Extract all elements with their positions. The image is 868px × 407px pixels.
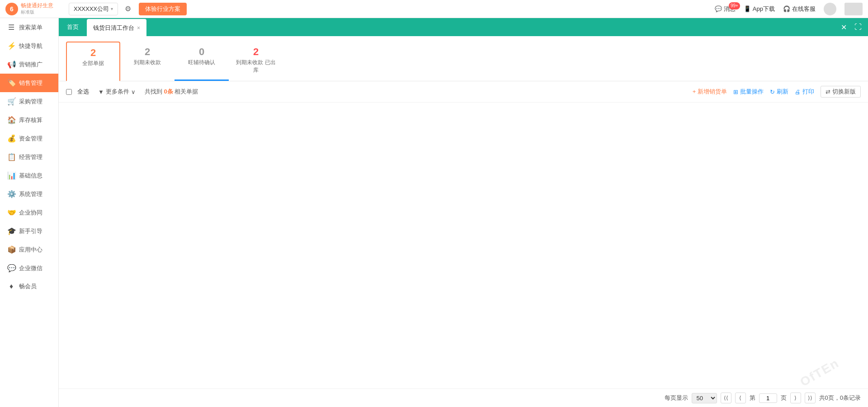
stat-label-pending: 旺辅待确认 <box>182 59 222 66</box>
message-button[interactable]: 💬 消息 99+ <box>715 5 736 13</box>
stat-tab-overdue[interactable]: 2 到期未收款 <box>120 42 175 81</box>
tab-bar-right: ✕ ⛶ <box>838 22 868 33</box>
first-page-button[interactable]: ⟨⟨ <box>721 393 731 403</box>
stat-tab-pending[interactable]: 0 旺辅待确认 <box>175 42 229 81</box>
sidebar-item-basic-info[interactable]: 📊 基础信息 <box>0 166 58 185</box>
header-right: 💬 消息 99+ 📱 App下载 🎧 在线客服 <box>715 3 863 15</box>
online-service-label: 在线客服 <box>792 5 816 13</box>
sidebar-item-label: 经营管理 <box>19 153 42 161</box>
sidebar-item-marketing[interactable]: 📢 营销推广 <box>0 55 58 74</box>
stat-label-overdue: 到期未收款 <box>127 59 167 66</box>
message-icon: 💬 <box>715 5 722 12</box>
member-icon: ♦ <box>7 282 15 290</box>
search-menu-icon: ☰ <box>7 23 15 32</box>
pagination-bar: 每页显示 50 10 20 100 ⟨⟨ ⟨ 第 页 ⟩ ⟩⟩ 共0页，0条记录 <box>59 388 868 407</box>
sidebar-item-shortcuts[interactable]: ⚡ 快捷导航 <box>0 37 58 55</box>
page-number-input[interactable] <box>759 393 777 403</box>
tab-close-icon[interactable]: × <box>137 25 140 31</box>
logo-area: 6 畅捷通好生意 标准版 <box>5 2 64 16</box>
batch-icon: ⊞ <box>733 89 738 95</box>
sidebar-item-finance[interactable]: 💰 资金管理 <box>0 129 58 148</box>
page-label-2: 页 <box>781 394 787 402</box>
select-all-checkbox[interactable] <box>66 89 72 95</box>
tab-expand-icon[interactable]: ⛶ <box>853 22 863 33</box>
stat-tab-shipped[interactable]: 2 到期未收款 已出库 <box>229 42 283 81</box>
download-icon: 📱 <box>744 5 751 12</box>
app-download-button[interactable]: 📱 App下载 <box>744 5 775 13</box>
basic-info-icon: 📊 <box>7 171 15 180</box>
avatar[interactable] <box>824 3 836 15</box>
total-records-text: 共0页，0条记录 <box>819 394 861 402</box>
wechat-icon: 💬 <box>7 264 15 272</box>
stat-num-pending: 0 <box>182 46 222 58</box>
sidebar-item-label: 企业协同 <box>19 209 42 217</box>
user-name-area <box>844 3 863 15</box>
add-sales-order-button[interactable]: + 新增销货单 <box>693 88 727 96</box>
page-label: 第 <box>750 394 755 402</box>
switch-icon: ⇄ <box>826 89 830 95</box>
sidebar-item-operations[interactable]: 📋 经营管理 <box>0 148 58 166</box>
sidebar-item-member[interactable]: ♦ 畅会员 <box>0 277 58 295</box>
tab-label: 钱货日清工作台 <box>93 24 134 32</box>
next-page-button[interactable]: ⟩ <box>790 393 801 403</box>
enterprise-icon: 🤝 <box>7 208 15 217</box>
tab-work-bench[interactable]: 钱货日清工作台 × <box>87 19 146 37</box>
stat-label-all: 全部单据 <box>74 60 112 67</box>
print-button[interactable]: 🖨 打印 <box>795 88 814 96</box>
sidebar-item-label: 库存核算 <box>19 116 42 124</box>
headset-icon: 🎧 <box>783 5 790 12</box>
found-text: 共找到 0条 相关单据 <box>145 88 198 96</box>
sidebar-item-label: 销售管理 <box>19 79 42 87</box>
sidebar-item-purchase[interactable]: 🛒 采购管理 <box>0 92 58 111</box>
sidebar-item-label: 基础信息 <box>19 172 42 180</box>
sidebar-item-sales[interactable]: 🏷️ 销售管理 <box>0 74 58 92</box>
system-icon: ⚙️ <box>7 190 15 198</box>
marketing-icon: 📢 <box>7 60 15 69</box>
sidebar-item-label: 搜索菜单 <box>19 23 42 32</box>
sidebar-item-search[interactable]: ☰ 搜索菜单 <box>0 18 58 37</box>
stat-num-shipped: 2 <box>236 46 276 58</box>
switch-version-button[interactable]: ⇄ 切换新版 <box>821 86 861 98</box>
sidebar-item-label: 快捷导航 <box>19 42 42 50</box>
stat-num-overdue: 2 <box>127 46 167 58</box>
prev-page-button[interactable]: ⟨ <box>735 393 746 403</box>
stat-tab-all[interactable]: 2 全部单据 <box>66 42 120 81</box>
chevron-icon: ∨ <box>131 89 136 95</box>
message-badge: 99+ <box>729 2 740 9</box>
stats-tabs: 2 全部单据 2 到期未收款 0 旺辅待确认 2 到期未收款 已出库 <box>59 36 868 81</box>
filter-label: 更多条件 <box>106 88 129 96</box>
tab-home[interactable]: 首页 <box>59 18 87 36</box>
filter-button[interactable]: ▼ 更多条件 ∨ <box>94 86 139 98</box>
page-size-select[interactable]: 50 10 20 100 <box>692 393 717 403</box>
sidebar-item-label: 应用中心 <box>19 246 42 254</box>
page-size-label: 每页显示 <box>665 394 688 402</box>
batch-operation-button[interactable]: ⊞ 批量操作 <box>733 88 764 96</box>
sidebar-item-system[interactable]: ⚙️ 系统管理 <box>0 185 58 203</box>
sidebar-item-label: 企业微信 <box>19 264 42 272</box>
sidebar-item-label: 新手引导 <box>19 227 42 235</box>
chevron-down-icon: ▾ <box>111 6 113 11</box>
operations-icon: 📋 <box>7 153 15 161</box>
sales-icon: 🏷️ <box>7 79 15 87</box>
content-area <box>59 103 868 388</box>
tab-collapse-icon[interactable]: ✕ <box>838 22 849 33</box>
sidebar-item-enterprise[interactable]: 🤝 企业协同 <box>0 203 58 222</box>
sidebar: ☰ 搜索菜单 ⚡ 快捷导航 📢 营销推广 🏷️ 销售管理 🛒 采购管理 🏠 库存… <box>0 18 59 407</box>
company-selector[interactable]: XXXXXX公司 ▾ <box>69 3 118 15</box>
company-name: XXXXXX公司 <box>74 5 109 13</box>
refresh-icon: ↻ <box>770 89 775 95</box>
guide-icon: 🎓 <box>7 227 15 235</box>
sidebar-item-inventory[interactable]: 🏠 库存核算 <box>0 111 58 129</box>
online-service-button[interactable]: 🎧 在线客服 <box>783 5 816 13</box>
trial-button[interactable]: 体验行业方案 <box>139 3 187 15</box>
toolbar: 全选 ▼ 更多条件 ∨ 共找到 0条 相关单据 + 新增销货单 ⊞ 批量操作 ↻… <box>59 81 868 103</box>
sidebar-item-wechat[interactable]: 💬 企业微信 <box>0 259 58 277</box>
sidebar-item-guide[interactable]: 🎓 新手引导 <box>0 222 58 240</box>
sidebar-item-apps[interactable]: 📦 应用中心 <box>0 240 58 259</box>
purchase-icon: 🛒 <box>7 97 15 106</box>
settings-icon[interactable]: ⚙ <box>122 3 134 15</box>
refresh-button[interactable]: ↻ 刷新 <box>770 88 788 96</box>
finance-icon: 💰 <box>7 134 15 143</box>
stat-num-all: 2 <box>74 47 112 59</box>
last-page-button[interactable]: ⟩⟩ <box>805 393 816 403</box>
